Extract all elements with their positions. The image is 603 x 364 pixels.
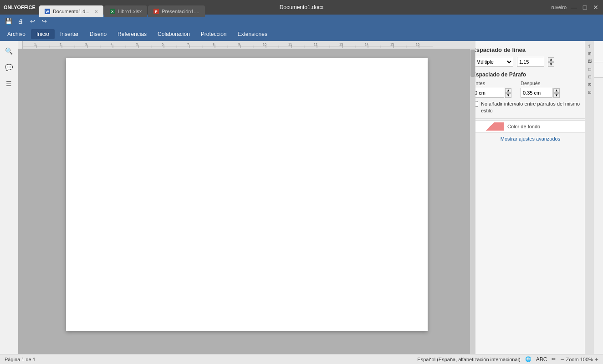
spellcheck-icon[interactable]: ABC [536,356,547,363]
show-advanced-link[interactable]: Mostrar ajustes avanzados [472,136,588,142]
minimize-button[interactable]: — [570,4,577,11]
svg-text:13: 13 [339,43,343,46]
svg-text:10: 10 [263,43,266,46]
language-icon[interactable]: 🌐 [525,356,531,362]
zoom-out-button[interactable]: − [560,356,564,363]
menu-colaboracion[interactable]: Colaboración [152,29,195,39]
statusbar: Página 1 de 1 Español (España, alfabetiz… [0,354,603,364]
tab-doc1[interactable]: W Documento1.d... ✕ [39,5,103,17]
redo-button[interactable]: ↪ [39,16,49,26]
menu-diseno[interactable]: Diseño [84,29,112,39]
tabs-area: W Documento1.d... ✕ X Libro1.xlsx P Pres… [39,0,206,15]
bg-color-preview [476,122,504,131]
tab-excel1-label: Libro1.xlsx [118,9,142,14]
document-page[interactable] [66,58,428,331]
main-area: L [0,41,475,354]
sidebar-search-button[interactable]: 🔍 [3,45,15,57]
svg-text:1: 1 [34,43,36,46]
menu-extensiones[interactable]: Extensiones [232,29,273,39]
sidebar-list-button[interactable]: ☰ [3,77,15,90]
menu-referencias[interactable]: Referencias [112,29,152,39]
edit-mode-icon[interactable]: ✏ [552,356,556,362]
line-spacing-type-select[interactable]: Múltiple [472,57,513,67]
svg-text:4: 4 [111,43,112,46]
close-button[interactable]: ✕ [592,4,599,11]
before-col: Antes ▲ ▼ [472,81,511,98]
tab-excel1[interactable]: X Libro1.xlsx [104,5,148,17]
before-value-input[interactable] [472,88,504,98]
side-image-btn[interactable]: 🖼 [587,58,593,65]
paragraph-spacing-title: Espaciado de Párafo [472,71,588,78]
bg-color-button[interactable]: Color de fondo [472,121,588,132]
titlebar-right: ruvelro — □ ✕ [551,4,599,11]
side-table-btn[interactable]: ⊞ [587,51,593,57]
side-header-btn[interactable]: ⊟ [587,74,593,80]
language-info: Español (España, alfabetización internac… [417,357,520,362]
titlebar: ONLYOFFICE W Documento1.d... ✕ X Libro1.… [0,0,603,15]
svg-text:12: 12 [314,43,317,46]
username: ruvelro [551,5,567,10]
side-shapes-btn[interactable]: ◻ [587,66,592,72]
line-spacing-row: Múltiple ▲ ▼ [472,57,588,67]
ruler-scale: 1 2 3 4 5 6 7 8 9 10 11 12 13 14 15 16 [23,41,475,49]
statusbar-left: Página 1 de 1 [5,357,36,362]
right-panel: Espaciado de línea Múltiple ▲ ▼ Espaciad… [466,41,594,354]
svg-text:2: 2 [60,43,61,46]
no-interval-row: No añadir intervalo entre párrafos del m… [472,101,588,115]
after-down[interactable]: ▼ [553,93,560,98]
page-info: Página 1 de 1 [5,357,36,362]
scrollbar-thumb[interactable] [470,50,475,77]
line-spacing-down[interactable]: ▼ [548,62,554,67]
window-title: Documento1.docx [280,4,324,10]
word-icon: W [45,9,50,14]
document-area[interactable] [18,49,475,354]
before-up[interactable]: ▲ [505,88,511,93]
menu-inicio[interactable]: Inicio [31,29,55,39]
svg-text:11: 11 [288,43,292,46]
before-label: Antes [472,81,511,86]
print-button[interactable]: 🖨 [15,16,26,26]
after-up[interactable]: ▲ [553,88,560,93]
tab-ppt1[interactable]: P Presentación1.... [148,5,205,17]
bg-color-label: Color de fondo [507,124,540,129]
svg-text:5: 5 [136,43,138,46]
save-button[interactable]: 💾 [4,16,14,26]
ppt-icon: P [153,9,159,14]
panel-side-toolbar: ¶ ⊞ 🖼 ◻ ⊟ ⊠ ⊡ [585,41,594,354]
line-spacing-title: Espaciado de línea [472,46,588,53]
excel-icon: X [110,9,115,14]
window-controls: — □ ✕ [570,4,599,11]
undo-button[interactable]: ↩ [27,16,37,26]
line-spacing-up[interactable]: ▲ [548,57,554,62]
paragraph-spacing-row: Antes ▲ ▼ Después ▲ ▼ [472,81,588,98]
svg-text:16: 16 [416,43,419,46]
panel-divider [472,118,588,119]
maximize-button[interactable]: □ [581,4,588,11]
side-section-btn[interactable]: ⊠ [587,81,593,88]
svg-text:15: 15 [390,43,394,46]
menu-archivo[interactable]: Archivo [2,29,31,39]
svg-text:7: 7 [187,43,189,46]
line-spacing-value-input[interactable] [517,57,544,67]
menubar: Archivo Inicio Insertar Diseño Referenci… [0,27,603,41]
menu-proteccion[interactable]: Protección [195,29,232,39]
after-label: Después [521,81,560,86]
svg-text:3: 3 [85,43,87,46]
left-sidebar: 🔍 💬 ☰ [0,41,18,354]
tab-doc1-label: Documento1.d... [53,9,90,14]
side-para-btn[interactable]: ¶ [588,43,592,49]
zoom-controls: − Zoom 100% + [560,356,598,363]
zoom-level: Zoom 100% [566,357,593,362]
svg-text:8: 8 [213,43,215,46]
sidebar-comment-button[interactable]: 💬 [3,61,15,74]
after-col: Después ▲ ▼ [521,81,560,98]
tab-doc1-close[interactable]: ✕ [94,9,98,14]
statusbar-right: Español (España, alfabetización internac… [417,356,598,363]
vertical-scrollbar[interactable] [470,49,475,354]
side-more-btn[interactable]: ⊡ [587,89,593,96]
zoom-in-button[interactable]: + [595,356,598,363]
before-down[interactable]: ▼ [505,93,511,98]
after-value-input[interactable] [521,88,552,98]
tab-ppt1-label: Presentación1.... [162,9,199,14]
menu-insertar[interactable]: Insertar [55,29,84,39]
